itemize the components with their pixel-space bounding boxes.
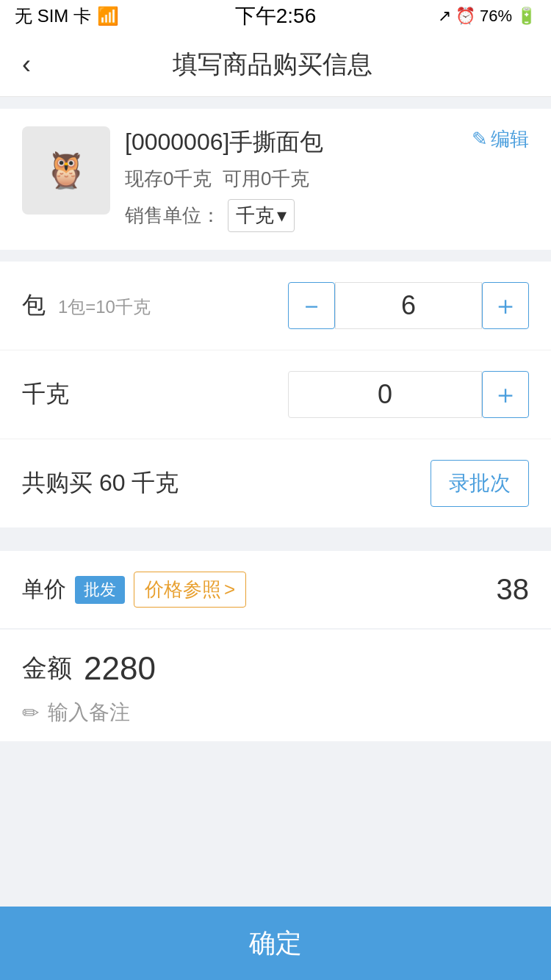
note-text: 输入备注 <box>48 699 130 727</box>
status-bar: 无 SIM 卡 📶 下午2:56 ↗ ⏰ 76% 🔋 <box>0 0 551 32</box>
pencil-icon: ✏ <box>22 701 39 725</box>
amount-label: 金额 <box>22 652 72 685</box>
status-time: 下午2:56 <box>235 2 317 30</box>
price-ref-label: 价格参照 <box>145 577 221 602</box>
wifi-icon: 📶 <box>97 6 119 26</box>
price-label: 单价 <box>22 574 66 605</box>
price-value: 38 <box>497 573 530 606</box>
nav-bar: ‹ 填写商品购买信息 <box>0 32 551 97</box>
status-left: 无 SIM 卡 📶 <box>15 4 119 28</box>
amount-value: 2280 <box>84 650 156 687</box>
edit-icon: ✎ <box>472 128 488 151</box>
package-plus-button[interactable]: ＋ <box>482 282 529 329</box>
unit-value: 千克 <box>236 203 274 228</box>
package-minus-button[interactable]: － <box>288 282 335 329</box>
package-controls: － ＋ <box>288 282 529 329</box>
product-image: 🦉 <box>22 126 110 215</box>
price-ref-arrow-icon: > <box>224 578 235 601</box>
location-icon: ↗ <box>438 7 451 26</box>
chevron-down-icon: ▾ <box>277 204 287 227</box>
unit-select[interactable]: 千克 ▾ <box>228 199 295 232</box>
price-ref-button[interactable]: 价格参照 > <box>134 572 246 608</box>
product-unit-row: 销售单位： 千克 ▾ <box>125 199 529 232</box>
note-row[interactable]: ✏ 输入备注 <box>22 699 529 727</box>
price-batch-tag: 批发 <box>75 576 125 604</box>
page-title: 填写商品购买信息 <box>46 48 500 82</box>
package-label: 包 1包=10千克 <box>22 289 288 322</box>
edit-button[interactable]: ✎ 编辑 <box>472 126 529 152</box>
product-info: [0000006]手撕面包 ✎ 编辑 现存0千克 可用0千克 销售单位： 千克 … <box>125 126 529 232</box>
total-row: 共购买 60 千克 录批次 <box>0 439 551 527</box>
carrier-label: 无 SIM 卡 <box>15 4 91 28</box>
edit-label: 编辑 <box>491 126 529 152</box>
package-input[interactable] <box>335 282 482 329</box>
quantity-section: 包 1包=10千克 － ＋ 千克 ＋ <box>0 262 551 439</box>
package-hint: 1包=10千克 <box>58 297 151 317</box>
amount-section: 金额 2280 ✏ 输入备注 <box>0 630 551 741</box>
total-text: 共购买 60 千克 <box>22 467 179 500</box>
amount-row: 金额 2280 <box>22 650 529 687</box>
product-card: 🦉 [0000006]手撕面包 ✎ 编辑 现存0千克 可用0千克 销售单位： 千… <box>0 109 551 250</box>
confirm-button[interactable]: 确定 <box>0 907 551 980</box>
kilogram-plus-button[interactable]: ＋ <box>482 371 529 418</box>
product-title: [0000006]手撕面包 <box>125 126 323 159</box>
batch-button[interactable]: 录批次 <box>431 460 529 507</box>
price-left: 单价 批发 价格参照 > <box>22 572 246 608</box>
battery-icon: 🔋 <box>516 7 536 26</box>
back-button[interactable]: ‹ <box>22 49 31 80</box>
package-row: 包 1包=10千克 － ＋ <box>0 262 551 350</box>
alarm-icon: ⏰ <box>455 7 475 26</box>
battery-label: 76% <box>480 7 512 26</box>
kilogram-controls: ＋ <box>288 371 529 418</box>
kilogram-input[interactable] <box>288 371 482 418</box>
price-section: 单价 批发 价格参照 > 38 <box>0 551 551 628</box>
separator <box>0 527 551 539</box>
kilogram-label: 千克 <box>22 378 288 411</box>
status-right: ↗ ⏰ 76% 🔋 <box>438 7 536 26</box>
kilogram-row: 千克 ＋ <box>0 350 551 439</box>
product-stock: 现存0千克 可用0千克 <box>125 166 529 192</box>
product-logo-icon: 🦉 <box>44 150 88 191</box>
unit-label: 销售单位： <box>125 203 220 228</box>
